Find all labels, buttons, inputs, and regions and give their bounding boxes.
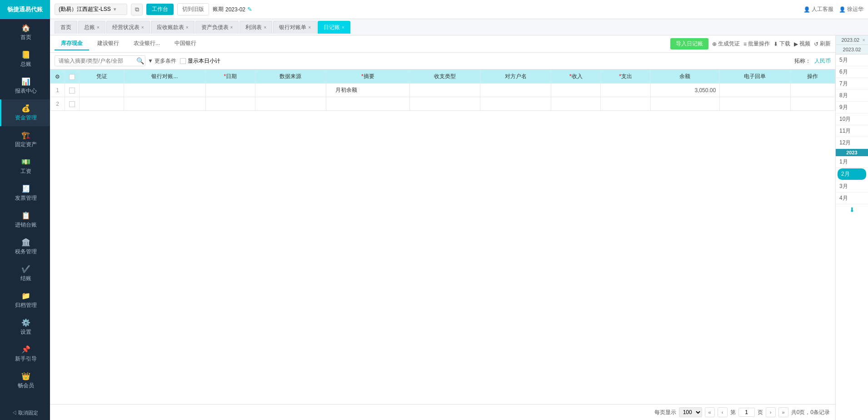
page-input[interactable] — [738, 408, 755, 417]
sidebar-item-closeaccount[interactable]: ✔️ 结账 — [0, 260, 50, 287]
sidebar-item-settings[interactable]: ⚙️ 设置 — [0, 314, 50, 341]
import-journal-btn[interactable]: 导入日记账 — [670, 38, 708, 49]
row-1-balance: 3,050.00 — [650, 84, 720, 97]
th-checkbox[interactable] — [65, 70, 80, 84]
period-display: 账期 2023-02 ✎ — [213, 5, 252, 13]
tab-home-label: 首页 — [60, 24, 71, 31]
tab-bank-close[interactable]: × — [308, 25, 311, 30]
home-icon: 🏠 — [21, 24, 30, 32]
currency-value[interactable]: 人民币 — [814, 57, 831, 65]
sidebar-item-home[interactable]: 🏠 首页 — [0, 19, 50, 46]
subtab-construction-bank[interactable]: 建设银行 — [91, 37, 125, 50]
tab-profit[interactable]: 利润表 × — [239, 21, 272, 34]
sidebar-item-invoice[interactable]: 🧾 发票管理 — [0, 180, 50, 207]
tab-profit-label: 利润表 — [245, 24, 262, 31]
gen-voucher-btn[interactable]: ⊕ 生成凭证 — [712, 40, 740, 48]
next-page-btn[interactable]: › — [766, 407, 776, 417]
copy-company-btn[interactable]: ⧉ — [131, 4, 143, 15]
per-page-select[interactable]: 100 50 200 — [679, 407, 702, 417]
date-panel-title: 2023.02 — [841, 37, 859, 43]
video-btn[interactable]: ▶ 视频 — [794, 40, 810, 48]
date-panel-close-btn[interactable]: × — [863, 37, 865, 43]
sidebar-item-finance[interactable]: 💰 资金管理 — [0, 99, 50, 126]
date-month-10[interactable]: 10月 — [836, 114, 868, 125]
tab-profit-close[interactable]: × — [264, 25, 266, 30]
date-month-1[interactable]: 1月 — [836, 156, 868, 168]
refresh-btn[interactable]: ↺ 刷新 — [814, 40, 831, 48]
sidebar-item-archive[interactable]: 📁 归档管理 — [0, 287, 50, 314]
tab-balance-label: 资产负债表 — [201, 24, 229, 31]
date-month-11[interactable]: 11月 — [836, 125, 868, 137]
old-version-button[interactable]: 切到旧版 — [177, 3, 209, 15]
tab-home[interactable]: 首页 — [55, 21, 77, 34]
sidebar-item-stockbook[interactable]: 📋 进销台账 — [0, 207, 50, 233]
customer-service-btn[interactable]: 👤 人工客服 — [803, 5, 833, 13]
sidebar-unpin-btn[interactable]: ◁ 取消固定 — [0, 406, 50, 420]
sidebar-item-ledger[interactable]: 📒 总账 — [0, 46, 50, 73]
date-month-9[interactable]: 9月 — [836, 102, 868, 114]
tab-receivable-close[interactable]: × — [186, 25, 189, 30]
sidebar-item-salary[interactable]: 💵 工资 — [0, 153, 50, 180]
subtab-cash[interactable]: 库存现金 — [55, 37, 89, 50]
tab-business-close[interactable]: × — [141, 25, 144, 30]
prev-page-btn[interactable]: ‹ — [718, 407, 728, 417]
sidebar-item-tax[interactable]: 🏛️ 税务管理 — [0, 233, 50, 260]
th-income-type: 收支类型 — [409, 70, 480, 84]
row-1-checkbox[interactable] — [65, 84, 80, 97]
row-1-counterpart — [480, 84, 551, 97]
sidebar-item-label: 结账 — [20, 275, 31, 282]
settings-icon: ⚙️ — [21, 318, 30, 327]
th-ebill: 电子回单 — [720, 70, 791, 84]
date-month-6[interactable]: 6月 — [836, 66, 868, 78]
tab-receivable[interactable]: 应收账款表 × — [151, 21, 195, 34]
select-all-checkbox[interactable] — [69, 74, 75, 80]
date-month-12[interactable]: 12月 — [836, 137, 868, 149]
row-2-income — [551, 97, 601, 111]
sidebar-item-member[interactable]: 👑 畅会员 — [0, 367, 50, 394]
th-action: 操作 — [790, 70, 835, 84]
company-selector[interactable]: (勤易）江西超宝-LSS ▼ — [55, 4, 127, 15]
date-month-2[interactable]: 2月 — [838, 168, 866, 180]
tab-balance-sheet[interactable]: 资产负债表 × — [195, 21, 239, 34]
company-dropdown-arrow: ▼ — [113, 7, 117, 12]
search-input[interactable] — [55, 55, 145, 66]
sidebar-item-assets[interactable]: 🏗️ 固定资产 — [0, 126, 50, 153]
table-row: 1 月初余额 3,050.00 — [50, 84, 835, 97]
row-2-checkbox[interactable] — [65, 97, 80, 111]
tab-balance-close[interactable]: × — [230, 25, 233, 30]
user-profile-btn[interactable]: 👤 徐运华 — [839, 5, 863, 13]
tax-icon: 🏛️ — [21, 238, 30, 247]
row-2-expense — [601, 97, 650, 111]
last-page-btn[interactable]: » — [778, 407, 788, 417]
period-edit-btn[interactable]: ✎ — [247, 6, 252, 13]
tab-bank-reconcile[interactable]: 银行对账单 × — [273, 21, 317, 34]
tab-ledger-close[interactable]: × — [97, 25, 100, 30]
filter-more-btn[interactable]: ▼ 更多条件 — [148, 57, 176, 65]
workspace-button[interactable]: 工作台 — [146, 4, 174, 15]
show-daily-subtotal-label[interactable]: 显示本日小计 — [180, 57, 220, 65]
tab-journal[interactable]: 日记账 × — [318, 21, 350, 34]
date-month-5[interactable]: 5月 — [836, 54, 868, 66]
batch-operation-btn[interactable]: ≡ 批量操作 — [743, 40, 770, 48]
row-1-expense — [601, 84, 650, 97]
subtab-china-bank[interactable]: 中国银行 — [168, 37, 203, 50]
date-month-3[interactable]: 3月 — [836, 181, 868, 193]
closeaccount-icon: ✔️ — [21, 265, 30, 273]
row-1-voucher — [80, 84, 124, 97]
search-button[interactable]: 🔍 — [136, 57, 144, 64]
date-month-7[interactable]: 7月 — [836, 78, 868, 90]
sidebar-item-reports[interactable]: 📊 报表中心 — [0, 73, 50, 99]
tab-journal-close[interactable]: × — [342, 25, 344, 30]
sidebar-item-label: 发票管理 — [15, 194, 37, 202]
sidebar-item-guide[interactable]: 📌 新手引导 — [0, 341, 50, 367]
date-month-8[interactable]: 8月 — [836, 90, 868, 102]
date-scroll-down-btn[interactable]: ⬇ — [836, 204, 868, 215]
first-page-btn[interactable]: « — [705, 407, 715, 417]
subtab-agriculture-bank[interactable]: 农业银行... — [127, 37, 166, 50]
tab-business-status[interactable]: 经营状况表 × — [106, 21, 150, 34]
date-month-4[interactable]: 4月 — [836, 193, 868, 204]
show-daily-checkbox[interactable] — [180, 58, 186, 64]
download-btn[interactable]: ⬇ 下载 — [773, 40, 790, 48]
tab-ledger[interactable]: 总账 × — [78, 21, 105, 34]
th-settings[interactable]: ⚙ — [50, 70, 65, 84]
